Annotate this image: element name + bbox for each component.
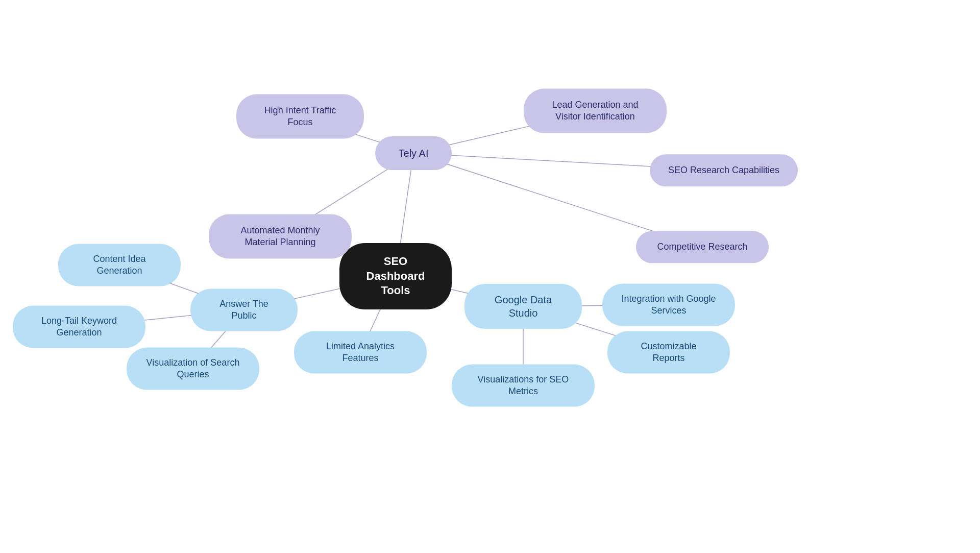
viz-search-node: Visualization of Search Queries — [127, 348, 259, 390]
google-data-studio-node: Google Data Studio — [464, 284, 582, 329]
customizable-node: Customizable Reports — [607, 331, 730, 374]
seo-research-node: SEO Research Capabilities — [650, 154, 798, 186]
lead-gen-node: Lead Generation and Visitor Identificati… — [524, 89, 667, 133]
answer-public-node: Answer The Public — [190, 289, 298, 331]
center-node: SEO Dashboard Tools — [339, 243, 452, 309]
viz-seo-node: Visualizations for SEO Metrics — [452, 365, 595, 407]
longtail-node: Long-Tail Keyword Generation — [13, 306, 145, 348]
mindmap-canvas: SEO Dashboard Tools Tely AI Lead Generat… — [0, 0, 980, 553]
content-idea-node: Content Idea Generation — [58, 244, 181, 286]
integration-google-node: Integration with Google Services — [602, 284, 735, 326]
limited-analytics-node: Limited Analytics Features — [294, 331, 427, 374]
high-intent-node: High Intent Traffic Focus — [236, 94, 364, 139]
auto-planning-node: Automated Monthly Material Planning — [209, 214, 352, 259]
tely-ai-node: Tely AI — [375, 136, 452, 170]
competitive-node: Competitive Research — [636, 231, 769, 263]
